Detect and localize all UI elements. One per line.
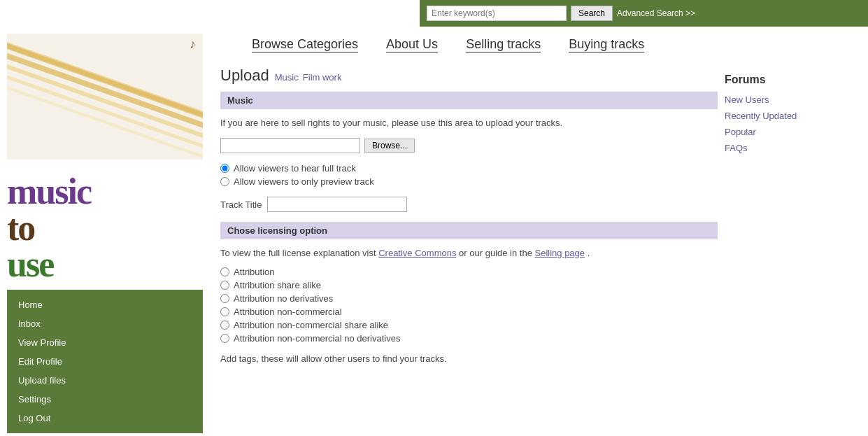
logo-music: music: [7, 174, 203, 210]
track-title-row: Track Title: [220, 197, 718, 212]
license-radio-non-commercial[interactable]: [220, 307, 229, 316]
banner-stripes: [7, 34, 203, 160]
music-section-bar: Music: [220, 92, 718, 109]
upload-description: If you are here to sell rights to your m…: [220, 118, 718, 128]
radio-preview-track-row: Allow viewers to only preview track: [220, 176, 718, 187]
upload-content: Upload Music Film work Music If you are …: [220, 66, 718, 364]
forums-popular[interactable]: Popular: [725, 127, 851, 137]
sidebar-item-view-profile[interactable]: View Profile: [7, 333, 203, 352]
license-row-4: Attribution non-commercial share alike: [220, 320, 718, 330]
full-track-radio[interactable]: [220, 164, 229, 173]
logo: music to use: [0, 167, 210, 283]
advanced-search-link[interactable]: Advanced Search >>: [617, 8, 695, 18]
license-section-bar: Chose licensing option: [220, 222, 718, 239]
browse-button[interactable]: Browse...: [364, 139, 415, 153]
license-row-0: Attribution: [220, 267, 718, 277]
license-radio-attribution[interactable]: [220, 267, 229, 276]
license-radio-nc-share-alike[interactable]: [220, 321, 229, 330]
license-label-no-derivatives: Attribution no derivatives: [234, 293, 333, 304]
nav-selling-tracks[interactable]: Selling tracks: [466, 37, 541, 52]
license-row-2: Attribution no derivatives: [220, 293, 718, 304]
top-nav: Browse Categories About Us Selling track…: [210, 27, 868, 66]
nav-about-us[interactable]: About Us: [386, 37, 438, 52]
nav-browse-categories[interactable]: Browse Categories: [252, 37, 358, 52]
license-radio-nc-no-derivatives[interactable]: [220, 334, 229, 343]
file-browse-row: Browse...: [220, 138, 718, 153]
logo-use: use: [7, 246, 203, 283]
right-sidebar: Forums New Users Recently Updated Popula…: [718, 66, 858, 364]
license-label-nc-no-derivatives: Attribution non-commercial no derivative…: [234, 333, 400, 344]
music-tab-link[interactable]: Music: [275, 72, 299, 83]
license-label-attribution: Attribution: [234, 267, 275, 277]
license-radio-share-alike[interactable]: [220, 281, 229, 290]
sidebar-item-inbox[interactable]: Inbox: [7, 314, 203, 333]
forums-new-users[interactable]: New Users: [725, 94, 851, 105]
full-track-label: Allow viewers to hear full track: [234, 163, 356, 174]
film-work-tab-link[interactable]: Film work: [303, 72, 342, 83]
license-row-3: Attribution non-commercial: [220, 307, 718, 317]
forums-recently-updated[interactable]: Recently Updated: [725, 111, 851, 121]
track-title-label: Track Title: [220, 199, 262, 210]
sidebar-nav: Home Inbox View Profile Edit Profile Upl…: [7, 290, 203, 433]
license-row-5: Attribution non-commercial no derivative…: [220, 333, 718, 344]
creative-commons-link[interactable]: Creative Commons: [378, 248, 456, 258]
upload-title: Upload: [220, 66, 269, 85]
preview-track-radio[interactable]: [220, 177, 229, 186]
upload-header: Upload Music Film work: [220, 66, 718, 85]
nav-buying-tracks[interactable]: Buying tracks: [569, 37, 644, 52]
forums-faqs[interactable]: FAQs: [725, 143, 851, 153]
license-radio-no-derivatives[interactable]: [220, 294, 229, 303]
forums-links: New Users Recently Updated Popular FAQs: [725, 94, 851, 153]
license-radio-group: Attribution Attribution share alike Attr…: [220, 267, 718, 344]
sidebar-item-settings[interactable]: Settings: [7, 390, 203, 409]
file-path-input[interactable]: [220, 138, 360, 153]
license-description: To view the full license explanation vis…: [220, 248, 718, 258]
selling-page-link[interactable]: Selling page: [535, 248, 585, 258]
track-title-input[interactable]: [267, 197, 407, 212]
sidebar-item-log-out[interactable]: Log Out: [7, 409, 203, 428]
tags-description: Add tags, these will allow other users t…: [220, 353, 718, 364]
forums-title: Forums: [725, 73, 851, 86]
sidebar-item-home[interactable]: Home: [7, 295, 203, 314]
preview-track-label: Allow viewers to only preview track: [234, 176, 374, 187]
banner: ♪: [7, 34, 203, 160]
license-label-share-alike: Attribution share alike: [234, 280, 321, 290]
upload-sublinks: Music Film work: [275, 66, 342, 85]
preview-radio-group: Allow viewers to hear full track Allow v…: [220, 163, 718, 187]
search-button[interactable]: Search: [571, 6, 613, 21]
sidebar-item-upload-files[interactable]: Upload files: [7, 371, 203, 390]
license-label-nc-share-alike: Attribution non-commercial share alike: [234, 320, 388, 330]
license-row-1: Attribution share alike: [220, 280, 718, 290]
license-label-non-commercial: Attribution non-commercial: [234, 307, 342, 317]
banner-icon: ♪: [190, 37, 196, 52]
logo-to: to: [7, 210, 203, 246]
search-input[interactable]: [427, 6, 567, 21]
sidebar-item-edit-profile[interactable]: Edit Profile: [7, 352, 203, 371]
radio-full-track-row: Allow viewers to hear full track: [220, 163, 718, 174]
